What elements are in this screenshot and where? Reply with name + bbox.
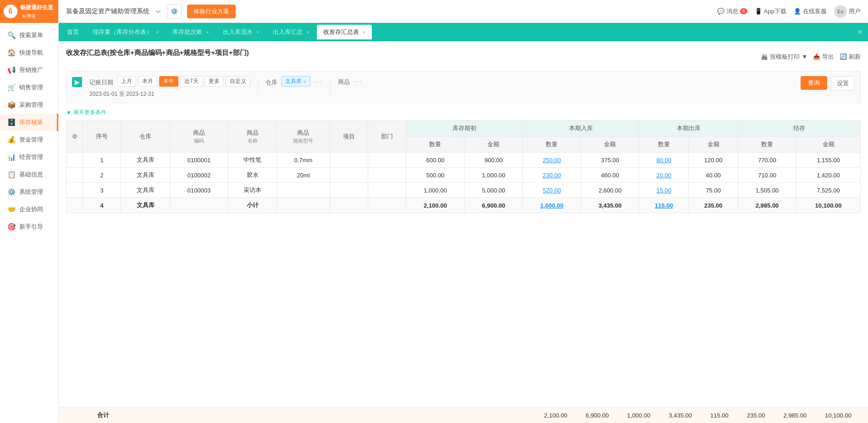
sidebar-item-guide[interactable]: 🎯 新手引导 xyxy=(0,218,58,236)
goods-filter-dots[interactable]: ··· xyxy=(354,77,362,86)
experience-button[interactable]: 体验行业方案 xyxy=(187,5,236,18)
gear-button[interactable]: ⚙️ xyxy=(167,4,182,19)
date-range-text: 2023-01-01 至 2023-12-31 xyxy=(89,90,250,98)
sidebar-item-system[interactable]: ⚙️ 系统管理 xyxy=(0,183,58,201)
warehouse-tag-text: 文具库 xyxy=(285,77,302,85)
tab-stock-dist-close[interactable]: × xyxy=(156,29,159,35)
filter-settings-button[interactable]: 设置 xyxy=(831,76,855,91)
td-in-qty[interactable]: 250.00 xyxy=(523,153,581,168)
td-out-qty[interactable]: 20.00 xyxy=(639,168,689,183)
table-row: 2文具库0100002胶水20ml500.001,000.00230.00460… xyxy=(66,168,861,183)
tab-summary-close[interactable]: × xyxy=(306,29,309,35)
td-in-qty[interactable]: 1,000.00 xyxy=(523,198,581,213)
table-footer: 合计 2,100.00 6,900.00 1,000.00 3,435.00 1… xyxy=(59,407,868,423)
td-warehouse: 文具库 xyxy=(121,183,170,198)
td-out-qty[interactable]: 115.00 xyxy=(639,198,689,213)
date-btn-custom[interactable]: 自定义 xyxy=(226,76,250,87)
inventory-icon: 🗄️ xyxy=(7,118,16,126)
sidebar-item-marketing[interactable]: 📢 营销推广 xyxy=(0,61,58,79)
tab-receipt-summary[interactable]: 收发存汇总表 × xyxy=(317,25,372,39)
th-project: 项目 xyxy=(330,121,368,153)
app-label: App下载 xyxy=(764,7,786,16)
tab-summary[interactable]: 出入库汇总 × xyxy=(266,25,315,39)
sidebar-item-finance[interactable]: 💰 资金管理 xyxy=(0,131,58,148)
date-btn-this-year[interactable]: 本年 xyxy=(159,76,178,87)
sidebar-item-inventory[interactable]: 🗄️ 库存核算 xyxy=(0,114,58,131)
sidebar-item-basic[interactable]: 📋 基础信息 xyxy=(0,166,58,183)
td-in-amt: 2,600.00 xyxy=(581,183,639,198)
th-settings: ⚙ xyxy=(66,121,83,153)
sidebar-item-purchase[interactable]: 📦 采购管理 xyxy=(0,96,58,114)
tab-receipt-summary-label: 收发存汇总表 xyxy=(323,28,359,36)
td-project xyxy=(330,198,368,213)
tab-batch-label: 库存批次账 xyxy=(172,28,202,36)
table-row: 3文具库0100003采访本1,000.005,000.00520.002,60… xyxy=(66,183,861,198)
tab-home[interactable]: 首页 xyxy=(61,25,85,39)
th-out-group: 本期出库 xyxy=(639,121,738,137)
sidebar-item-enterprise[interactable]: 🤝 企业协同 xyxy=(0,201,58,218)
purchase-icon: 📦 xyxy=(7,101,16,109)
td-settings xyxy=(66,183,83,198)
th-bal-qty: 数量 xyxy=(738,137,796,153)
sidebar-label-basic: 基础信息 xyxy=(19,170,43,179)
td-dept xyxy=(368,153,406,168)
online-service-button[interactable]: 👤 在线客服 xyxy=(794,7,827,16)
td-no: 1 xyxy=(83,153,121,168)
date-buttons: 上月 本月 本年 近7天 更多 自定义 xyxy=(117,76,250,87)
print-dropdown-icon: ▼ xyxy=(802,53,807,60)
td-code xyxy=(170,198,228,213)
refresh-button[interactable]: 🔄 刷新 xyxy=(840,53,861,61)
message-button[interactable]: 💬 消息 6 xyxy=(717,7,747,16)
sidebar-item-search[interactable]: 🔍 搜索菜单 xyxy=(0,27,58,44)
date-btn-more[interactable]: 更多 xyxy=(205,76,224,87)
tab-flow-close[interactable]: × xyxy=(256,29,259,35)
td-spec: 20ml xyxy=(277,168,330,183)
expand-more-button[interactable]: ▼ 展开更多条件 xyxy=(66,109,861,116)
td-bal-qty: 1,505.00 xyxy=(738,183,796,198)
print-button[interactable]: 🖨️ 按模板打印 ▼ xyxy=(761,53,807,61)
tab-stock-dist[interactable]: 现存量（库存分布表） × xyxy=(86,25,165,39)
td-in-qty[interactable]: 520.00 xyxy=(523,183,581,198)
td-bal-qty: 770.00 xyxy=(738,153,796,168)
warehouse-filter-dots[interactable]: ··· xyxy=(314,78,323,86)
app-download-button[interactable]: 📱 App下载 xyxy=(755,7,786,16)
sidebar-item-sales[interactable]: 🛒 销售管理 xyxy=(0,79,58,96)
query-button[interactable]: 查询 xyxy=(801,76,827,90)
date-btn-this-month[interactable]: 本月 xyxy=(138,76,157,87)
td-out-qty[interactable]: 15.00 xyxy=(639,183,689,198)
tab-flow[interactable]: 出入库流水 × xyxy=(216,25,265,39)
tab-close-all[interactable]: × xyxy=(854,27,866,37)
tab-batch[interactable]: 库存批次账 × xyxy=(166,25,215,39)
column-settings-icon[interactable]: ⚙ xyxy=(72,133,77,140)
enterprise-icon: 🤝 xyxy=(7,205,16,214)
td-code: 0100002 xyxy=(170,168,228,183)
th-in-qty: 数量 xyxy=(523,137,581,153)
sidebar-item-operation[interactable]: 📊 经营管理 xyxy=(0,148,58,166)
td-dept xyxy=(368,168,406,183)
footer-bal-amt: 10,100.00 xyxy=(816,412,861,419)
warehouse-tag-close[interactable]: × xyxy=(304,79,306,84)
td-open-qty: 2,100.00 xyxy=(406,198,464,213)
date-btn-last7[interactable]: 近7天 xyxy=(180,76,203,87)
td-in-qty[interactable]: 230.00 xyxy=(523,168,581,183)
th-opening-group: 库存期初 xyxy=(406,121,523,137)
footer-open-amt: 6,900.00 xyxy=(576,412,618,419)
system-dropdown[interactable] xyxy=(155,8,161,15)
home-icon: 🏠 xyxy=(7,49,16,57)
logo-tag: 标准版 xyxy=(20,12,38,20)
export-button[interactable]: 📤 导出 xyxy=(813,53,834,61)
system-title: 装备及固定资产辅助管理系统 xyxy=(66,7,149,16)
warehouse-filter: 仓库 文具库 × ··· xyxy=(265,76,323,87)
filter-collapse-button[interactable]: ▶ xyxy=(72,77,82,87)
user-menu-button[interactable]: Ea 用户 xyxy=(834,5,861,18)
td-out-qty[interactable]: 80.00 xyxy=(639,153,689,168)
date-btn-last-month[interactable]: 上月 xyxy=(117,76,136,87)
td-code: 0100003 xyxy=(170,183,228,198)
td-settings xyxy=(66,198,83,213)
td-no: 2 xyxy=(83,168,121,183)
tab-batch-close[interactable]: × xyxy=(206,29,209,35)
tab-receipt-summary-close[interactable]: × xyxy=(363,29,365,35)
sidebar-item-quick-nav[interactable]: 🏠 快捷导航 xyxy=(0,44,58,61)
td-spec xyxy=(277,198,330,213)
system-icon: ⚙️ xyxy=(7,188,16,196)
